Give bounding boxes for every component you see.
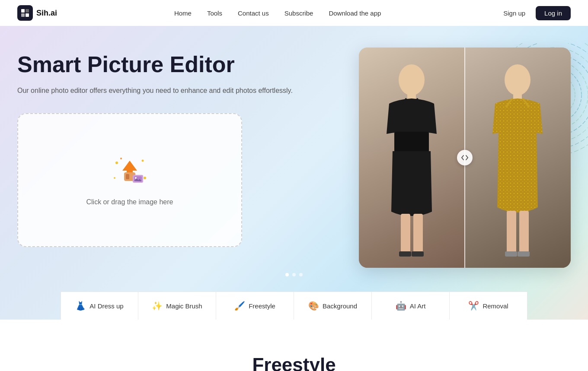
nav-download[interactable]: Download the app (329, 10, 381, 17)
svg-rect-19 (126, 174, 129, 179)
nav-subscribe[interactable]: Subscribe (284, 10, 313, 17)
tool-bar: 👗 AI Dress up ✨ Magic Brush 🖌️ Freestyle… (0, 292, 588, 320)
divider-handle[interactable] (457, 150, 473, 165)
upload-icon (110, 154, 149, 190)
svg-point-13 (115, 162, 118, 164)
svg-point-15 (114, 177, 115, 179)
tool-ai-art[interactable]: 🤖 AI Art (372, 292, 450, 320)
svg-point-26 (399, 64, 425, 95)
ai-dress-up-icon: 👗 (75, 301, 86, 311)
svg-rect-0 (21, 9, 25, 13)
svg-rect-1 (26, 9, 29, 13)
svg-rect-38 (507, 211, 516, 253)
carousel-dot-3[interactable] (299, 273, 303, 276)
magic-brush-icon: ✨ (152, 301, 163, 311)
preview-comparison (359, 48, 571, 268)
svg-rect-31 (399, 251, 411, 257)
logo-text: Sih.ai (36, 9, 57, 18)
hero-subtitle: Our online photo editor offers everythin… (17, 86, 303, 96)
upload-instruction: Click or drag the image here (86, 198, 173, 206)
main-nav: Home Tools Contact us Subscribe Download… (174, 10, 381, 17)
freestyle-icon: 🖌️ (234, 301, 245, 311)
preview-before (359, 48, 465, 268)
sign-up-button[interactable]: Sign up (498, 6, 530, 20)
tool-magic-brush[interactable]: ✨ Magic Brush (138, 292, 216, 320)
hero-content: Smart Picture Editor Our online photo ed… (17, 26, 303, 247)
tool-background[interactable]: 🎨 Background (294, 292, 372, 320)
nav-tools[interactable]: Tools (207, 10, 222, 17)
background-icon: 🎨 (308, 301, 319, 311)
svg-rect-40 (505, 251, 517, 257)
upload-dropzone[interactable]: Click or drag the image here (17, 113, 242, 247)
svg-marker-20 (122, 161, 137, 172)
svg-rect-2 (21, 13, 25, 17)
carousel-dot-1[interactable] (285, 273, 289, 276)
svg-point-17 (120, 158, 122, 159)
logo[interactable]: Sih.ai (17, 5, 57, 21)
svg-rect-30 (413, 214, 423, 253)
svg-point-16 (144, 177, 146, 179)
tool-removal[interactable]: ✂️ Removal (450, 292, 527, 320)
svg-rect-28 (394, 132, 429, 153)
hero-section: Smart Picture Editor Our online photo ed… (0, 26, 588, 320)
nav-contact[interactable]: Contact us (238, 10, 269, 17)
tool-ai-dress-up[interactable]: 👗 AI Dress up (61, 292, 138, 320)
tool-label-freestyle: Freestyle (249, 302, 275, 310)
svg-rect-39 (519, 211, 529, 253)
log-in-button[interactable]: Log in (536, 6, 571, 20)
svg-point-23 (135, 177, 137, 179)
svg-rect-3 (26, 13, 29, 17)
ai-art-icon: 🤖 (396, 301, 406, 311)
logo-icon (17, 5, 33, 21)
preview-after (465, 48, 571, 268)
removal-icon: ✂️ (468, 301, 479, 311)
carousel-dots (285, 273, 303, 276)
header-actions: Sign up Log in (498, 6, 571, 20)
carousel-dot-2[interactable] (292, 273, 296, 276)
tool-label-ai-dress-up: AI Dress up (89, 302, 123, 310)
svg-rect-29 (401, 214, 410, 253)
nav-home[interactable]: Home (174, 10, 192, 17)
svg-rect-41 (518, 251, 530, 257)
hero-title: Smart Picture Editor (17, 52, 303, 78)
tool-label-removal: Removal (483, 302, 508, 310)
svg-point-36 (505, 64, 530, 95)
header: Sih.ai Home Tools Contact us Subscribe D… (0, 0, 588, 26)
tool-label-ai-art: AI Art (410, 302, 426, 310)
svg-rect-32 (412, 251, 424, 257)
freestyle-section: Freestyle (0, 320, 588, 371)
svg-point-14 (142, 159, 144, 162)
tool-freestyle[interactable]: 🖌️ Freestyle (216, 292, 294, 320)
tool-label-magic-brush: Magic Brush (166, 302, 202, 310)
tool-label-background: Background (323, 302, 357, 310)
freestyle-section-title: Freestyle (17, 354, 571, 371)
